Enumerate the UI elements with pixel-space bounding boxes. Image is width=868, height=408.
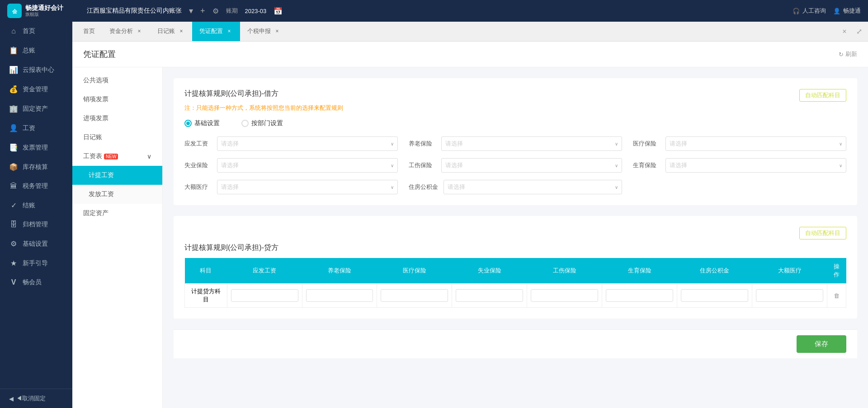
select-yfgz-placeholder: 请选择 [221, 140, 239, 148]
cancel-fixed-icon: ◀ [9, 395, 14, 402]
left-menu-salary-table[interactable]: 工资表NEW ∨ [72, 147, 162, 166]
left-menu-journal[interactable]: 日记账 [72, 128, 162, 147]
assets-icon: 🏢 [9, 104, 18, 113]
logo-area: 会 畅捷通好会计 旗舰版 [7, 4, 80, 18]
top-bar-middle: 江西服宝精品有限责任公司内账张 ▾ + ⚙ 账期 2023-03 📅 [80, 6, 793, 16]
select-deyy[interactable]: 请选择 ∨ [217, 180, 398, 194]
tab-home[interactable]: 首页 [76, 22, 102, 41]
sidebar-item-salary[interactable]: 👤 工资 [0, 118, 72, 138]
left-menu-public[interactable]: 公共选项 [72, 71, 162, 90]
tax-icon: 🏛 [9, 182, 18, 190]
label-sybx: 失业保险 [184, 161, 212, 169]
credit-table-body: 计提贷方科目 🗑 [185, 284, 846, 308]
refresh-btn[interactable]: ↻ 刷新 [839, 50, 857, 58]
sidebar-item-ledger[interactable]: 📋 总账 [0, 41, 72, 60]
select-sybx[interactable]: 请选择 ∨ [217, 158, 398, 173]
tab-voucher-config-close[interactable]: × [226, 28, 233, 35]
company-dropdown-btn[interactable]: ▾ [189, 6, 193, 16]
debit-auto-match-btn[interactable]: 自动匹配科目 [799, 89, 846, 102]
select-ylbx2[interactable]: 请选择 ∨ [665, 136, 846, 151]
tab-journal[interactable]: 日记账 × [150, 22, 192, 41]
sidebar-item-invoices[interactable]: 📑 发票管理 [0, 138, 72, 157]
input-deyy[interactable] [756, 289, 823, 302]
main-layout: ⌂ 首页 📋 总账 📊 云报表中心 💰 资金管理 🏢 固定资产 👤 工资 📑 发… [0, 22, 868, 408]
sidebar-item-reports[interactable]: 📊 云报表中心 [0, 60, 72, 80]
radio-basic[interactable]: 基础设置 [184, 119, 220, 127]
reports-icon: 📊 [9, 66, 18, 74]
radio-by-dept[interactable]: 按部门设置 [241, 119, 283, 127]
select-yfgz[interactable]: 请选择 ∨ [217, 136, 398, 151]
sidebar-item-finance[interactable]: 💰 资金管理 [0, 80, 72, 99]
sidebar-item-archive[interactable]: 🗄 归档管理 [0, 215, 72, 234]
select-gsbx[interactable]: 请选择 ∨ [441, 158, 622, 173]
period-label: 账期 [226, 7, 238, 15]
col-header-yfgz: 应发工资 [227, 258, 302, 284]
input-ylbx2[interactable] [381, 289, 448, 302]
settings-btn[interactable]: ⚙ [212, 7, 219, 15]
refresh-icon: ↻ [839, 51, 844, 58]
input-sybx2[interactable] [606, 289, 673, 302]
left-menu-salary-table-label: 工资表NEW [83, 152, 118, 160]
user-icon: 👤 [833, 8, 840, 14]
app-edition: 旗舰版 [25, 11, 63, 18]
credit-table: 科目 应发工资 养老保险 医疗保险 失业保险 工伤保险 生育保险 住房公积金 大… [184, 258, 846, 308]
input-ylbx[interactable] [306, 289, 373, 302]
left-menu-pay-salary[interactable]: 发放工资 [72, 185, 162, 204]
left-menu-purchase-label: 进项发票 [83, 114, 108, 122]
sidebar-item-inventory[interactable]: 📦 库存核算 [0, 157, 72, 177]
left-menu-purchase[interactable]: 进项发票 [72, 109, 162, 128]
sidebar-item-settings[interactable]: ⚙ 基础设置 [0, 234, 72, 253]
credit-auto-match-btn[interactable]: 自动匹配科目 [799, 227, 846, 239]
user-name: 畅捷通 [843, 7, 861, 15]
refresh-label: 刷新 [845, 50, 857, 58]
sidebar-item-assets[interactable]: 🏢 固定资产 [0, 99, 72, 118]
tab-voucher-config[interactable]: 凭证配置 × [192, 22, 240, 41]
select-sybx-arrow: ∨ [391, 163, 394, 168]
tab-tax-report-close[interactable]: × [274, 28, 281, 35]
debit-section-title: 计提核算规则(公司承担)-借方 [184, 89, 846, 98]
cell-action: 🗑 [827, 284, 846, 308]
close-window-btn[interactable]: × [839, 26, 850, 37]
service-label: 人工咨询 [802, 7, 826, 15]
sidebar-item-home[interactable]: ⌂ 首页 [0, 22, 72, 41]
save-btn[interactable]: 保存 [797, 335, 846, 353]
user-area[interactable]: 👤 畅捷通 [833, 7, 861, 15]
top-bar: 会 畅捷通好会计 旗舰版 江西服宝精品有限责任公司内账张 ▾ + ⚙ 账期 20… [0, 0, 868, 22]
input-zfgjj[interactable] [681, 289, 748, 302]
calendar-btn[interactable]: 📅 [274, 7, 283, 15]
sidebar-item-tax[interactable]: 🏛 税务管理 [0, 177, 72, 196]
left-menu-sales[interactable]: 销项发票 [72, 90, 162, 109]
expand-icon: ∨ [147, 153, 151, 160]
sidebar-item-guide[interactable]: ★ 新手引导 [0, 253, 72, 273]
salary-icon: 👤 [9, 124, 18, 132]
maximize-window-btn[interactable]: ⤢ [854, 26, 864, 37]
left-menu-public-label: 公共选项 [83, 76, 108, 84]
service-btn[interactable]: 🎧 人工咨询 [793, 7, 826, 15]
input-gsbx[interactable] [531, 289, 598, 302]
sidebar-item-member[interactable]: V 畅会员 [0, 273, 72, 292]
tab-bar: 首页 资金分析 × 日记账 × 凭证配置 × 个税申报 × × ⤢ [72, 22, 868, 42]
input-yfgz[interactable] [231, 289, 298, 302]
tab-tax-report[interactable]: 个税申报 × [240, 22, 288, 41]
cell-ylbx2 [377, 284, 452, 308]
radio-basic-label: 基础设置 [194, 119, 220, 127]
select-sybx2[interactable]: 请选择 ∨ [665, 158, 846, 173]
sidebar-label-reports: 云报表中心 [23, 66, 54, 74]
form-row-zfgjj: 住房公积金 请选择 ∨ [409, 180, 622, 194]
left-menu-fixed-assets[interactable]: 固定资产 [72, 204, 162, 223]
debit-section: 自动匹配科目 计提核算规则(公司承担)-借方 注：只能选择一种方式，系统将按照您… [174, 78, 857, 205]
tab-finance-close[interactable]: × [136, 28, 143, 35]
select-ylbx[interactable]: 请选择 ∨ [441, 136, 622, 151]
col-header-subject: 科目 [185, 258, 227, 284]
input-sybx[interactable] [456, 289, 523, 302]
sidebar-item-close[interactable]: ✓ 结账 [0, 196, 72, 215]
select-zfgjj[interactable]: 请选择 ∨ [443, 180, 622, 194]
cancel-fixed-btn[interactable]: ◀ ◀取消固定 [0, 389, 72, 408]
delete-row-btn[interactable]: 🗑 [834, 292, 840, 299]
tab-finance[interactable]: 资金分析 × [102, 22, 150, 41]
left-menu-accrual[interactable]: 计提工资 [72, 166, 162, 185]
add-book-btn[interactable]: + [200, 6, 205, 16]
form-row-sybx: 失业保险 请选择 ∨ [184, 158, 398, 173]
cell-zfgjj [677, 284, 752, 308]
tab-journal-close[interactable]: × [178, 28, 185, 35]
